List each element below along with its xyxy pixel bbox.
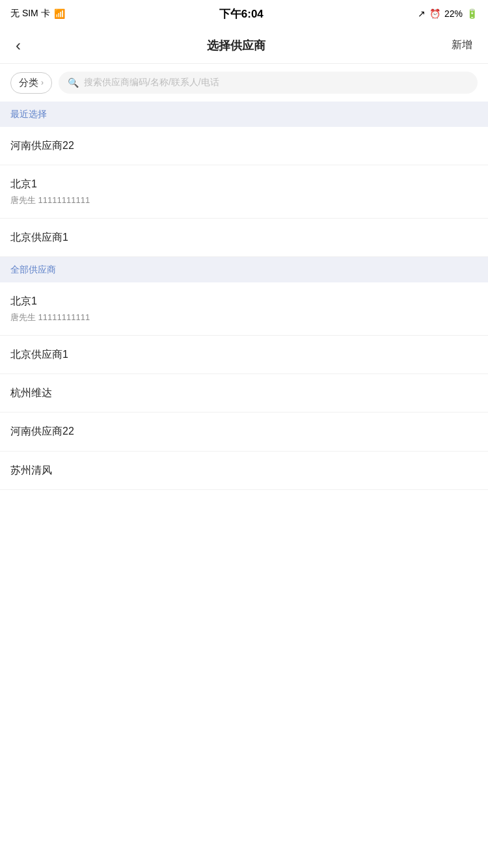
- recent-section-header: 最近选择: [0, 102, 488, 127]
- list-item[interactable]: 北京1 唐先生 11111111111: [0, 165, 488, 218]
- page-title: 选择供应商: [207, 38, 265, 53]
- supplier-name: 北京供应商1: [10, 230, 478, 245]
- supplier-name: 河南供应商22: [10, 139, 478, 153]
- list-item[interactable]: 河南供应商22: [0, 413, 488, 451]
- status-right: ↗ ⏰ 22% 🔋: [418, 8, 478, 19]
- battery-icon: 🔋: [467, 8, 478, 19]
- supplier-name: 杭州维达: [10, 386, 478, 400]
- category-button[interactable]: 分类 ›: [10, 72, 52, 94]
- location-icon: ↗: [418, 8, 426, 19]
- search-placeholder: 搜索供应商编码/名称/联系人/电话: [84, 77, 219, 88]
- category-label: 分类: [19, 77, 38, 89]
- all-header-label: 全部供应商: [10, 264, 56, 275]
- back-button[interactable]: ‹: [10, 31, 26, 60]
- supplier-name: 苏州清风: [10, 463, 478, 478]
- wifi-icon: 📶: [54, 8, 65, 19]
- alarm-icon: ⏰: [429, 8, 441, 19]
- status-left: 无 SIM 卡 📶: [10, 8, 65, 20]
- list-item[interactable]: 苏州清风: [0, 452, 488, 490]
- list-item[interactable]: 北京供应商1: [0, 336, 488, 374]
- list-item[interactable]: 北京供应商1: [0, 219, 488, 257]
- supplier-name: 河南供应商22: [10, 424, 478, 439]
- add-button[interactable]: 新增: [446, 33, 478, 57]
- no-sim-label: 无 SIM 卡: [10, 8, 50, 20]
- recent-items-list: 河南供应商22 北京1 唐先生 11111111111 北京供应商1: [0, 127, 488, 257]
- search-icon: 🔍: [68, 77, 79, 88]
- all-items-list: 北京1 唐先生 11111111111 北京供应商1 杭州维达 河南供应商22 …: [0, 282, 488, 490]
- search-input-wrap[interactable]: 🔍 搜索供应商编码/名称/联系人/电话: [59, 72, 478, 94]
- all-section-header: 全部供应商: [0, 257, 488, 282]
- supplier-sub: 唐先生 11111111111: [10, 195, 478, 206]
- recent-header-label: 最近选择: [10, 109, 47, 119]
- status-time: 下午6:04: [219, 7, 264, 21]
- chevron-right-icon: ›: [41, 78, 44, 87]
- battery-label: 22%: [444, 8, 463, 19]
- supplier-name: 北京1: [10, 294, 478, 308]
- filter-bar: 分类 › 🔍 搜索供应商编码/名称/联系人/电话: [0, 64, 488, 102]
- nav-bar: ‹ 选择供应商 新增: [0, 27, 488, 64]
- supplier-name: 北京供应商1: [10, 347, 478, 362]
- supplier-name: 北京1: [10, 177, 478, 191]
- supplier-sub: 唐先生 11111111111: [10, 312, 478, 323]
- list-item[interactable]: 北京1 唐先生 11111111111: [0, 282, 488, 335]
- list-item[interactable]: 杭州维达: [0, 374, 488, 413]
- status-bar: 无 SIM 卡 📶 下午6:04 ↗ ⏰ 22% 🔋: [0, 0, 488, 27]
- list-item[interactable]: 河南供应商22: [0, 127, 488, 165]
